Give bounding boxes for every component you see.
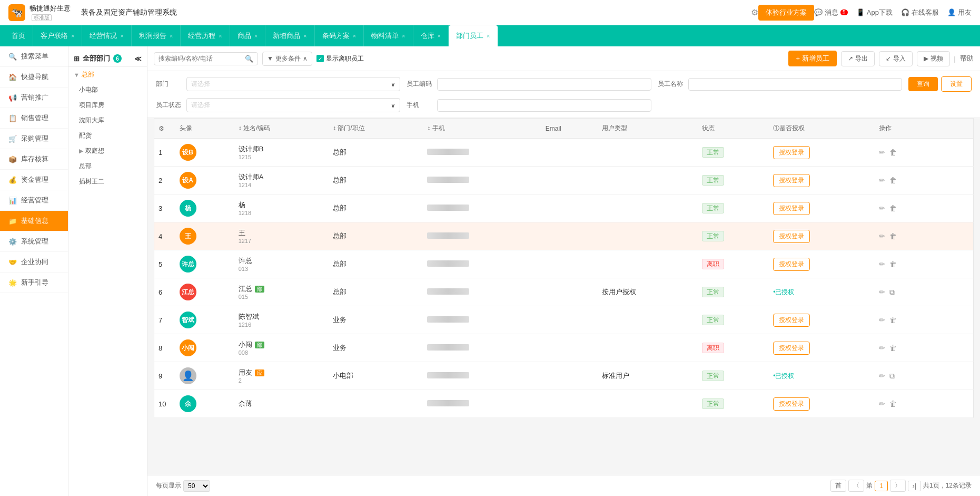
tree-toggle-icon[interactable]: ▼	[74, 72, 80, 78]
help-button[interactable]: 帮助	[960, 54, 974, 63]
copy-icon[interactable]: ⧉	[889, 372, 895, 381]
dept-select[interactable]: 请选择 ∨	[186, 77, 400, 91]
tree-toggle-icon[interactable]: ▶	[79, 148, 83, 154]
prev-page-button[interactable]: 〈	[848, 480, 864, 492]
dept-tree-item-distribution[interactable]: 配货	[68, 128, 147, 143]
sidebar-item-sales[interactable]: 📋 销售管理	[0, 108, 68, 129]
delete-icon[interactable]: 🗑	[889, 204, 897, 212]
sidebar-item-enterprise[interactable]: 🤝 企业协同	[0, 252, 68, 273]
close-icon[interactable]: ×	[402, 33, 405, 39]
tab-barcode[interactable]: 条码方案 ×	[315, 25, 364, 46]
dept-tree-item-general[interactable]: ▼ 总部	[68, 67, 147, 82]
col-name[interactable]: ↕ 姓名/编码	[234, 119, 329, 139]
sidebar-item-marketing[interactable]: 📢 营销推广	[0, 87, 68, 108]
tab-material[interactable]: 物料清单 ×	[364, 25, 413, 46]
delete-icon[interactable]: 🗑	[889, 232, 897, 240]
tab-department[interactable]: 部门员工 ×	[449, 25, 498, 46]
message-button[interactable]: 💬 消息 5	[814, 8, 848, 17]
col-dept[interactable]: ↕ 部门/职位	[329, 119, 423, 139]
edit-icon[interactable]: ✏	[879, 260, 885, 268]
dept-tree-item-planting[interactable]: 插树王二	[68, 174, 147, 189]
auth-button[interactable]: 授权登录	[773, 258, 810, 271]
set-button[interactable]: 设置	[941, 76, 972, 92]
delete-icon[interactable]: 🗑	[889, 176, 897, 184]
sidebar-item-quick-nav[interactable]: 🏠 快捷导航	[0, 67, 68, 87]
sidebar-item-system[interactable]: ⚙️ 系统管理	[0, 231, 68, 252]
tab-business[interactable]: 经营情况 ×	[82, 25, 131, 46]
edit-icon[interactable]: ✏	[879, 288, 885, 296]
app-download-button[interactable]: 📱 App下载	[856, 8, 893, 17]
trial-button[interactable]: 体验行业方案	[758, 5, 814, 21]
close-icon[interactable]: ×	[71, 33, 74, 39]
copy-icon[interactable]: ⧉	[889, 288, 895, 297]
auth-button[interactable]: 授权登录	[773, 174, 810, 187]
edit-icon[interactable]: ✏	[879, 372, 885, 380]
phone-input[interactable]	[437, 99, 651, 112]
dept-tree-item-general2[interactable]: 总部	[68, 159, 147, 174]
last-page-button[interactable]: ›|	[908, 481, 921, 491]
employee-name-input[interactable]	[688, 78, 902, 91]
delete-icon[interactable]: 🗑	[889, 260, 897, 268]
edit-icon[interactable]: ✏	[879, 344, 885, 352]
first-page-button[interactable]: 首	[830, 480, 846, 492]
dept-tree-item-project-house[interactable]: 项目库房	[68, 98, 147, 113]
auth-button[interactable]: 授权登录	[773, 202, 810, 215]
dept-tree-item-shenyang[interactable]: 沈阳大库	[68, 113, 147, 128]
delete-icon[interactable]: 🗑	[889, 148, 897, 157]
search-button[interactable]: 查询	[908, 77, 938, 91]
tab-warehouse[interactable]: 仓库 ×	[413, 25, 449, 46]
edit-icon[interactable]: ✏	[879, 400, 885, 408]
col-settings[interactable]: ⚙	[154, 119, 175, 139]
auth-button[interactable]: 授权登录	[773, 230, 810, 243]
close-icon[interactable]: ×	[353, 33, 356, 39]
close-icon[interactable]: ×	[170, 33, 173, 39]
tab-home[interactable]: 首页	[4, 25, 33, 46]
dept-tree-item-small-elec[interactable]: 小电部	[68, 82, 147, 98]
tab-profit[interactable]: 利润报告 ×	[132, 25, 181, 46]
edit-icon[interactable]: ✏	[879, 204, 885, 212]
import-button[interactable]: ↙ 导入	[879, 51, 913, 66]
export-button[interactable]: ↗ 导出	[841, 51, 875, 66]
edit-icon[interactable]: ✏	[879, 232, 885, 240]
close-icon[interactable]: ×	[254, 33, 258, 39]
show-resigned-toggle[interactable]: ✓ 显示离职员工	[316, 54, 364, 63]
status-select[interactable]: 请选择 ∨	[186, 98, 400, 112]
edit-icon[interactable]: ✏	[879, 176, 885, 184]
tab-new-goods[interactable]: 新增商品 ×	[265, 25, 314, 46]
delete-icon[interactable]: 🗑	[889, 400, 897, 408]
close-icon[interactable]: ×	[120, 33, 123, 39]
tab-history[interactable]: 经营历程 ×	[181, 25, 230, 46]
tab-goods[interactable]: 商品 ×	[230, 25, 265, 46]
sidebar-item-finance[interactable]: 💰 资金管理	[0, 170, 68, 190]
sidebar-item-inventory[interactable]: 📦 库存核算	[0, 149, 68, 170]
next-page-button[interactable]: 〉	[890, 480, 906, 492]
sidebar-item-basic-info[interactable]: 📁 基础信息	[0, 211, 68, 231]
auth-button[interactable]: 授权登录	[773, 397, 810, 411]
sidebar-item-guide[interactable]: 🌟 新手引导	[0, 273, 68, 293]
auth-button[interactable]: 授权登录	[773, 342, 810, 355]
edit-icon[interactable]: ✏	[879, 148, 885, 157]
employee-code-input[interactable]	[437, 78, 651, 91]
dept-tree-item-double-dream[interactable]: ▶ 双庭想	[68, 143, 147, 159]
sidebar-item-operation[interactable]: 📊 经营管理	[0, 190, 68, 211]
tab-customer[interactable]: 客户联络 ×	[33, 25, 82, 46]
edit-icon[interactable]: ✏	[879, 316, 885, 324]
delete-icon[interactable]: 🗑	[889, 344, 897, 352]
close-icon[interactable]: ×	[303, 33, 306, 39]
close-icon[interactable]: ×	[219, 33, 222, 39]
support-button[interactable]: 🎧 在线客服	[901, 8, 939, 17]
col-phone[interactable]: ↕ 手机	[423, 119, 541, 139]
delete-icon[interactable]: 🗑	[889, 316, 897, 324]
close-icon[interactable]: ×	[438, 33, 441, 39]
view-button[interactable]: ▶ 视频	[917, 51, 950, 66]
sidebar-item-purchase[interactable]: 🛒 采购管理	[0, 129, 68, 149]
new-employee-button[interactable]: + 新增员工	[788, 51, 836, 66]
auth-button[interactable]: 授权登录	[773, 146, 810, 159]
gear-icon[interactable]: ⚙	[751, 7, 758, 17]
collapse-icon[interactable]: ≪	[134, 55, 142, 63]
more-filter-button[interactable]: ▼ 更多条件 ∧	[262, 52, 312, 66]
auth-button[interactable]: 授权登录	[773, 314, 810, 327]
page-size-select[interactable]: 50 100 200	[183, 480, 210, 492]
close-icon[interactable]: ×	[487, 33, 490, 39]
user-button[interactable]: 👤 用友	[947, 8, 972, 17]
